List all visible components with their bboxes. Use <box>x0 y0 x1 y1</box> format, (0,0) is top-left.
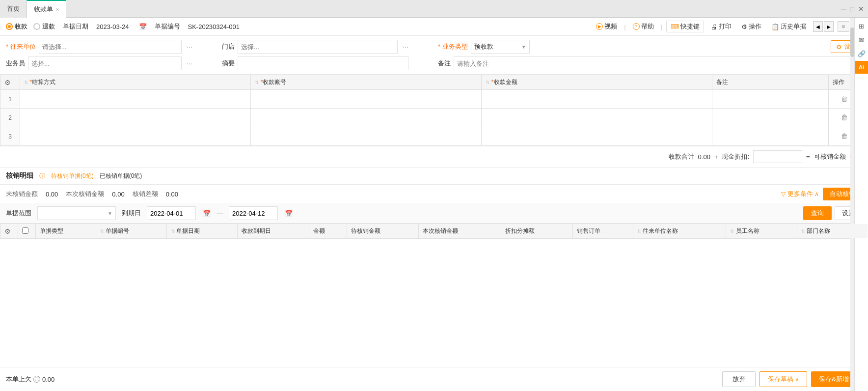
counterpart-label: * 往来单位 <box>6 42 36 51</box>
verify-section: 核销明细 ⓘ 待核销单据(0笔) 已核销单据(0笔) 未核销金额 0.00 本次… <box>0 168 868 367</box>
footer-buttons: 放弃 保存草稿 ∧ 保存&新增 ∧ <box>722 371 862 387</box>
calendar-icon[interactable]: 📅 <box>139 23 147 30</box>
bt-counterpart-sort[interactable]: ⇅ <box>637 228 641 234</box>
history-button[interactable]: 📋 历史单据 <box>768 21 809 32</box>
th-remark: 备注 <box>712 75 829 90</box>
scrollbar-area <box>850 18 854 391</box>
help-button[interactable]: ? 帮助 <box>630 21 657 32</box>
account-cell-2[interactable] <box>251 109 482 127</box>
bt-settings-icon[interactable]: ⚙ <box>4 227 11 235</box>
next-button[interactable]: ▶ <box>824 21 834 32</box>
footer-bar: 本单上欠 ⓘ 0.00 放弃 保存草稿 ∧ 保存&新增 ∧ <box>0 367 868 391</box>
account-cell-1[interactable] <box>251 90 482 109</box>
settle-cell-2[interactable] <box>20 109 251 127</box>
tab-home[interactable]: 首页 <box>0 0 27 18</box>
footer-info: 本单上欠 ⓘ 0.00 <box>6 375 54 384</box>
range-select[interactable]: ▼ <box>37 206 116 220</box>
receipt-radio[interactable]: 收款 <box>6 22 27 31</box>
sidebar-table-icon[interactable]: ⊞ <box>855 20 868 32</box>
form-row-2: 业务员 ··· 摘要 备注 <box>6 56 862 70</box>
discount-input[interactable] <box>753 150 802 163</box>
amount-cell-3[interactable] <box>482 127 712 146</box>
delete-row-2-icon[interactable]: 🗑 <box>841 113 848 122</box>
scrollbar-thumb[interactable] <box>850 28 854 57</box>
staff-field: 业务员 ··· <box>6 56 192 70</box>
remark-cell-1[interactable] <box>712 90 829 109</box>
calendar-to-icon[interactable]: 📅 <box>285 210 293 217</box>
table-row: 1 🗑 ⧉ <box>0 90 868 109</box>
row-num-1: 1 <box>0 90 20 109</box>
row-num-3: 3 <box>0 127 20 146</box>
amount-cell-1[interactable] <box>482 90 712 109</box>
plus-icon: + <box>714 153 718 161</box>
tab-close-icon[interactable]: × <box>56 6 59 12</box>
tab-receipt[interactable]: 收款单 × <box>27 0 66 18</box>
btth-settings: ⚙ <box>0 224 18 239</box>
more-conditions-link[interactable]: ▽ 更多条件 ∧ <box>781 190 819 198</box>
prev-button[interactable]: ◀ <box>813 21 823 32</box>
range-select-arrow: ▼ <box>108 211 112 216</box>
select-all-checkbox[interactable] <box>22 227 28 234</box>
abandon-button[interactable]: 放弃 <box>722 371 756 387</box>
list-view-button[interactable]: ≡ <box>838 21 849 32</box>
delete-row-3-icon[interactable]: 🗑 <box>841 132 848 140</box>
amount-sort-icon[interactable]: ⇅ <box>486 80 489 85</box>
table-section: ⚙ ⇅ *结算方式 ⇅ *收款账号 ⇅ *收款金额 备注 操作 <box>0 75 868 146</box>
staff-input[interactable] <box>28 56 182 70</box>
sidebar-ai-icon[interactable]: Ai <box>855 61 868 74</box>
date-label: 单据日期 <box>63 22 88 31</box>
remark-cell-2[interactable] <box>712 109 829 127</box>
delete-row-1-icon[interactable]: 🗑 <box>841 95 848 103</box>
account-sort-icon[interactable]: ⇅ <box>255 80 259 85</box>
bt-staff-sort[interactable]: ⇅ <box>730 228 734 234</box>
biz-type-select[interactable]: 预收款 ▼ <box>471 40 530 54</box>
sidebar-email-icon[interactable]: ✉ <box>855 33 868 46</box>
ops-button[interactable]: ⚙ 操作 <box>738 21 764 32</box>
settle-sort-icon[interactable]: ⇅ <box>24 80 28 85</box>
date-from-input[interactable] <box>147 206 196 220</box>
form-row-1: * 往来单位 ··· 门店 ··· * 业务类型 预收款 ▼ <box>6 40 862 54</box>
verify-stats: 未核销金额 0.00 本次核销金额 0.00 核销差额 0.00 ▽ 更多条件 … <box>0 185 868 203</box>
close-button[interactable]: ✕ <box>858 5 864 13</box>
btth-doc-type: 单据类型 <box>36 224 96 239</box>
biz-type-field: * 业务类型 预收款 ▼ <box>438 40 530 54</box>
save-draft-button[interactable]: 保存草稿 ∧ <box>760 371 807 387</box>
minimize-button[interactable]: ─ <box>841 5 846 13</box>
query-button[interactable]: 查询 <box>803 206 832 220</box>
amount-cell-2[interactable] <box>482 109 712 127</box>
store-more-icon[interactable]: ··· <box>403 43 408 51</box>
account-cell-3[interactable] <box>251 127 482 146</box>
summary-input[interactable] <box>238 56 408 70</box>
settle-cell-1[interactable] <box>20 90 251 109</box>
bt-docdate-sort[interactable]: ⇅ <box>171 228 175 234</box>
video-button[interactable]: ▶ 视频 <box>593 21 620 32</box>
footer-info-icon[interactable]: ⓘ <box>33 376 40 383</box>
remark-input[interactable] <box>454 56 862 70</box>
settle-cell-3[interactable] <box>20 127 251 146</box>
sidebar-attach-icon[interactable]: 🔗 <box>855 47 868 60</box>
summary-field: 摘要 <box>222 56 408 70</box>
maximize-button[interactable]: □ <box>850 5 854 13</box>
calendar-from-icon[interactable]: 📅 <box>203 210 211 217</box>
store-input[interactable] <box>238 40 398 54</box>
history-icon: 📋 <box>771 23 779 30</box>
btth-current: 本次核销金额 <box>419 224 501 239</box>
date-to-input[interactable] <box>229 206 278 220</box>
pending-tag[interactable]: 待核销单据(0笔) <box>51 172 94 180</box>
done-tag[interactable]: 已核销单据(0笔) <box>100 172 142 180</box>
print-button[interactable]: 🖨 打印 <box>708 21 734 32</box>
remark-cell-3[interactable] <box>712 127 829 146</box>
sep2: | <box>661 23 662 30</box>
shortcut-button[interactable]: ⌨ 快捷键 <box>666 21 704 32</box>
counterpart-field: * 往来单位 ··· <box>6 40 192 54</box>
bt-dept-sort[interactable]: ⇅ <box>801 228 805 234</box>
help-icon: ? <box>633 23 640 30</box>
tab-receipt-label: 收款单 <box>34 5 53 14</box>
bt-docnum-sort[interactable]: ⇅ <box>100 228 104 234</box>
counterpart-more-icon[interactable]: ··· <box>187 43 192 51</box>
staff-more-icon[interactable]: ··· <box>187 59 192 67</box>
table-settings-icon[interactable]: ⚙ <box>4 79 11 86</box>
counterpart-input[interactable] <box>39 40 182 54</box>
refund-radio[interactable]: 退款 <box>33 22 55 31</box>
verify-info-icon[interactable]: ⓘ <box>39 172 45 180</box>
